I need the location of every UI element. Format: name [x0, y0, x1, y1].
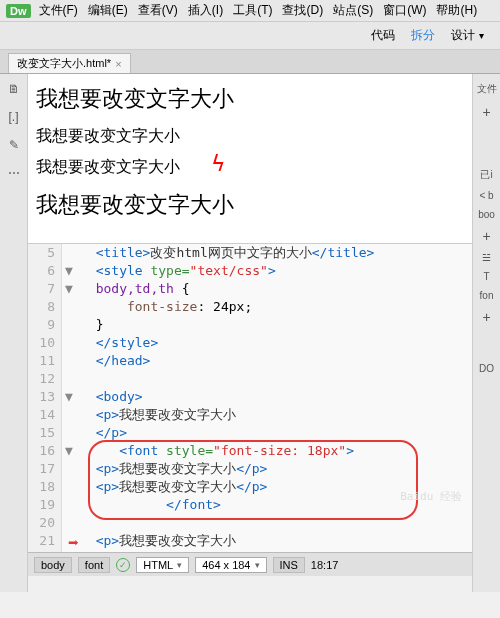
menubar: Dw 文件(F) 编辑(E) 查看(V) 插入(I) 工具(T) 查找(D) 站…	[0, 0, 500, 22]
right-panel: 文件 + 已i < b boo + ☱ T fon + DO	[472, 74, 500, 592]
line-number: 14	[28, 406, 62, 424]
line-number: 17	[28, 460, 62, 478]
panel-insert-label[interactable]: 已i	[480, 168, 492, 182]
breadcrumb-font[interactable]: font	[78, 557, 110, 573]
preview-line-4[interactable]: 我想要改变文字大小	[36, 190, 464, 220]
preview-line-2[interactable]: 我想要改变文字大小	[36, 126, 464, 147]
fold-caret[interactable]	[62, 244, 76, 262]
code-line[interactable]: 14 <p>我想要改变文字大小	[28, 406, 472, 424]
left-toolbar: 🗎 [.] ✎ ⋯	[0, 74, 28, 592]
line-number: 18	[28, 478, 62, 496]
breadcrumb-body[interactable]: body	[34, 557, 72, 573]
menu-insert[interactable]: 插入(I)	[188, 2, 223, 19]
close-icon[interactable]: ×	[115, 58, 121, 70]
code-line[interactable]: 20	[28, 514, 472, 532]
tag-icon[interactable]: ☱	[482, 252, 491, 263]
code-line[interactable]: 22 </p>	[28, 550, 472, 552]
fold-caret[interactable]	[62, 478, 76, 496]
panel-dom-label[interactable]: DO	[479, 363, 494, 374]
plus-icon[interactable]: +	[482, 104, 490, 120]
fold-caret[interactable]	[62, 496, 76, 514]
menu-view[interactable]: 查看(V)	[138, 2, 178, 19]
code-line[interactable]: 9 }	[28, 316, 472, 334]
live-preview: 我想要改变文字大小 我想要改变文字大小 我想要改变文字大小ϟ 我想要改变文字大小	[28, 74, 472, 244]
status-ok-icon[interactable]: ✓	[116, 558, 130, 572]
code-line[interactable]: 7▼ body,td,th {	[28, 280, 472, 298]
plus-icon-3[interactable]: +	[482, 309, 490, 325]
menu-edit[interactable]: 编辑(E)	[88, 2, 128, 19]
line-number: 22	[28, 550, 62, 552]
dimensions-select[interactable]: 464 x 184	[195, 557, 266, 573]
fold-caret[interactable]: ▼	[62, 388, 76, 406]
fold-caret[interactable]	[62, 316, 76, 334]
fold-caret[interactable]	[62, 424, 76, 442]
preview-line-3[interactable]: 我想要改变文字大小	[36, 158, 180, 175]
line-number: 7	[28, 280, 62, 298]
language-select[interactable]: HTML	[136, 557, 189, 573]
fold-caret[interactable]: ▼	[62, 442, 76, 460]
menu-find[interactable]: 查找(D)	[282, 2, 323, 19]
annotation-arrow: ➡	[68, 532, 79, 552]
fold-caret[interactable]: ▼	[62, 262, 76, 280]
status-bar: body font ✓ HTML 464 x 184 INS 18:17	[28, 552, 472, 576]
line-number: 11	[28, 352, 62, 370]
plus-icon-2[interactable]: +	[482, 228, 490, 244]
fold-caret[interactable]: ▼	[62, 280, 76, 298]
view-mode-toolbar: 代码 拆分 设计	[0, 22, 500, 50]
menu-site[interactable]: 站点(S)	[333, 2, 373, 19]
more-icon[interactable]: ⋯	[8, 166, 20, 180]
code-view-button[interactable]: 代码	[371, 27, 395, 44]
line-number: 19	[28, 496, 62, 514]
panel-boo-label[interactable]: boo	[478, 209, 495, 220]
code-line[interactable]: 8 font-size: 24px;	[28, 298, 472, 316]
line-number: 6	[28, 262, 62, 280]
text-icon[interactable]: T	[483, 271, 489, 282]
brackets-icon[interactable]: [.]	[8, 110, 18, 124]
design-view-dropdown[interactable]: 设计	[451, 27, 484, 44]
line-number: 16	[28, 442, 62, 460]
insert-mode[interactable]: INS	[273, 557, 305, 573]
panel-files-label[interactable]: 文件	[477, 82, 497, 96]
line-number: 8	[28, 298, 62, 316]
menu-help[interactable]: 帮助(H)	[436, 2, 477, 19]
document-tab[interactable]: 改变文字大小.html* ×	[8, 53, 131, 73]
code-line[interactable]: 17 <p>我想要改变文字大小</p>	[28, 460, 472, 478]
fold-caret[interactable]	[62, 298, 76, 316]
bolt-icon: ϟ	[211, 151, 226, 177]
code-editor[interactable]: 5 <title>改变html网页中文字的大小</title>6▼ <style…	[28, 244, 472, 552]
line-number: 21	[28, 532, 62, 550]
status-time: 18:17	[311, 559, 339, 571]
code-line[interactable]: 16▼ <font style="font-size: 18px">	[28, 442, 472, 460]
preview-line-1[interactable]: 我想要改变文字大小	[36, 84, 464, 114]
code-line[interactable]: 13▼ <body>	[28, 388, 472, 406]
panel-font-label[interactable]: fon	[480, 290, 494, 301]
code-line[interactable]: 5 <title>改变html网页中文字的大小</title>	[28, 244, 472, 262]
fold-caret[interactable]	[62, 370, 76, 388]
line-number: 12	[28, 370, 62, 388]
wand-icon[interactable]: ✎	[9, 138, 19, 152]
tab-title: 改变文字大小.html*	[17, 56, 111, 71]
code-line[interactable]: 15 </p>	[28, 424, 472, 442]
split-view-button[interactable]: 拆分	[411, 27, 435, 44]
line-number: 10	[28, 334, 62, 352]
menu-file[interactable]: 文件(F)	[39, 2, 78, 19]
fold-caret[interactable]	[62, 514, 76, 532]
menu-window[interactable]: 窗口(W)	[383, 2, 426, 19]
file-icon[interactable]: 🗎	[8, 82, 20, 96]
menu-tools[interactable]: 工具(T)	[233, 2, 272, 19]
fold-caret[interactable]	[62, 334, 76, 352]
line-number: 15	[28, 424, 62, 442]
line-number: 13	[28, 388, 62, 406]
watermark: Baidu 经验	[400, 489, 462, 504]
fold-caret[interactable]	[62, 352, 76, 370]
code-line[interactable]: 12	[28, 370, 472, 388]
code-line[interactable]: 6▼ <style type="text/css">	[28, 262, 472, 280]
line-number: 5	[28, 244, 62, 262]
app-logo: Dw	[6, 4, 31, 18]
code-line[interactable]: 10 </style>	[28, 334, 472, 352]
code-line[interactable]: 11 </head>	[28, 352, 472, 370]
fold-caret[interactable]	[62, 406, 76, 424]
panel-body-label[interactable]: < b	[479, 190, 493, 201]
fold-caret[interactable]	[62, 460, 76, 478]
code-line[interactable]: 21 <p>我想要改变文字大小	[28, 532, 472, 550]
